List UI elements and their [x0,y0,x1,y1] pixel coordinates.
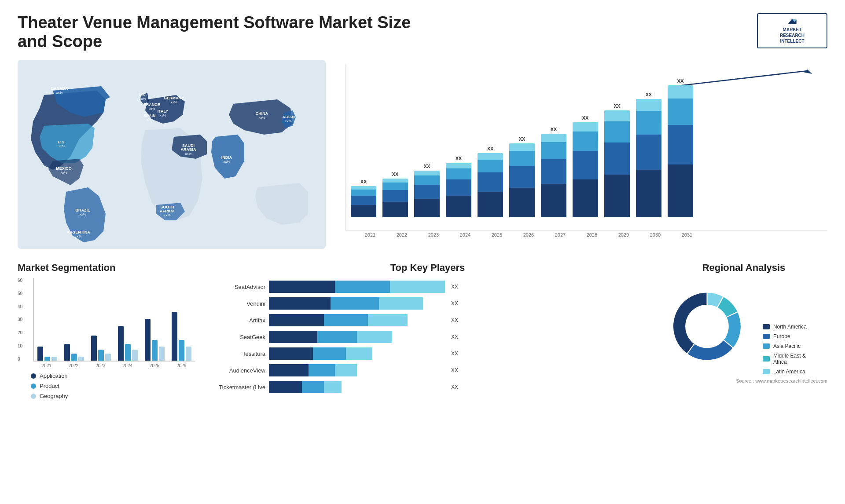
svg-text:xx%: xx% [79,212,86,216]
svg-text:xx%: xx% [139,97,146,101]
donut-svg [660,278,754,375]
svg-text:FRANCE: FRANCE [143,102,160,107]
segmentation-panel: Market Segmentation 6050403020100 202120… [18,262,195,399]
regional-legend-item: Europe [763,333,819,340]
svg-text:CANADA: CANADA [51,86,68,91]
svg-text:GERMANY: GERMANY [164,96,184,100]
svg-text:xx%: xx% [185,152,191,156]
player-row: SeatGeekXX [204,331,651,343]
map-svg: CANADA xx% U.S. xx% MEXICO xx% BRAZIL xx… [18,60,326,249]
logo-box: MARKET RESEARCH INTELLECT [757,13,827,48]
svg-text:xx%: xx% [223,160,230,164]
regional-legend-item: Latin America [763,369,819,375]
svg-text:MEXICO: MEXICO [56,166,72,171]
seg-legend-item: Product [31,383,195,389]
player-row: ArtifaxXX [204,314,651,326]
svg-text:AFRICA: AFRICA [160,209,175,213]
svg-text:ARABIA: ARABIA [181,147,196,152]
seg-legend-item: Application [31,373,195,379]
svg-text:xx%: xx% [60,171,67,175]
seg-legend-item: Geography [31,393,195,399]
bottom-section: Market Segmentation 6050403020100 202120… [18,262,827,399]
logo-text: MARKET RESEARCH INTELLECT [780,27,805,44]
year-axis: 2021202220232024202520262027202820292030… [353,232,827,237]
seg-legend: ApplicationProductGeography [31,373,195,399]
svg-text:U.K.: U.K. [139,92,147,97]
top-section: CANADA xx% U.S. xx% MEXICO xx% BRAZIL xx… [18,60,827,249]
source-text: Source : www.marketresearchintellect.com [660,378,827,383]
svg-text:ITALY: ITALY [158,109,169,113]
svg-text:xx%: xx% [170,100,177,104]
donut-chart [660,278,754,375]
logo-icon [783,18,801,25]
forecast-bars: XXXXXXXXXXXXXXXXXXXXXX [345,64,827,231]
svg-text:xx%: xx% [148,107,155,111]
regional-legend-item: North America [763,324,819,330]
svg-text:BRAZIL: BRAZIL [76,208,90,212]
forecast-chart: XXXXXXXXXXXXXXXXXXXXXX 20212022202320242… [343,60,827,249]
world-map: CANADA xx% U.S. xx% MEXICO xx% BRAZIL xx… [18,60,326,249]
svg-text:CHINA: CHINA [256,111,268,116]
seg-bars [33,278,195,362]
logo-area: MARKET RESEARCH INTELLECT [757,13,827,48]
svg-text:xx%: xx% [258,116,265,120]
regional-panel: Regional Analysis North AmericaEuropeAsi… [660,262,827,399]
players-title: Top Key Players [204,262,651,274]
players-panel: Top Key Players SeatAdvisorXXVendiniXXAr… [204,262,651,399]
regional-legend-item: Middle East & Africa [763,353,819,365]
segmentation-title: Market Segmentation [18,262,195,274]
players-list: SeatAdvisorXXVendiniXXArtifaxXXSeatGeekX… [204,281,651,393]
svg-text:SPAIN: SPAIN [144,113,156,118]
svg-text:xx%: xx% [164,213,170,217]
svg-text:xx%: xx% [146,118,153,122]
svg-text:xx%: xx% [75,234,81,238]
player-row: TessituraXX [204,347,651,360]
svg-text:INDIA: INDIA [221,155,232,160]
svg-text:xx%: xx% [58,144,65,148]
svg-text:xx%: xx% [56,91,62,95]
regional-legend-item: Asia Pacific [763,343,819,349]
page-header: Theater Venue Management Software Market… [18,13,827,51]
player-row: VendiniXX [204,297,651,310]
svg-text:U.S.: U.S. [58,140,66,144]
regional-title: Regional Analysis [660,262,827,274]
svg-text:xx%: xx% [285,119,291,123]
svg-text:JAPAN: JAPAN [282,115,295,119]
svg-text:ARGENTINA: ARGENTINA [66,230,90,234]
player-row: AudienceViewXX [204,364,651,376]
seg-x-axis: 202120222023202420252026 [33,363,195,368]
player-row: SeatAdvisorXX [204,281,651,293]
player-row: Ticketmaster (LiveXX [204,381,651,393]
svg-text:xx%: xx% [159,113,166,117]
regional-legend: North AmericaEuropeAsia PacificMiddle Ea… [763,324,819,375]
page-title: Theater Venue Management Software Market… [18,13,414,51]
seg-y-axis: 6050403020100 [18,278,22,362]
